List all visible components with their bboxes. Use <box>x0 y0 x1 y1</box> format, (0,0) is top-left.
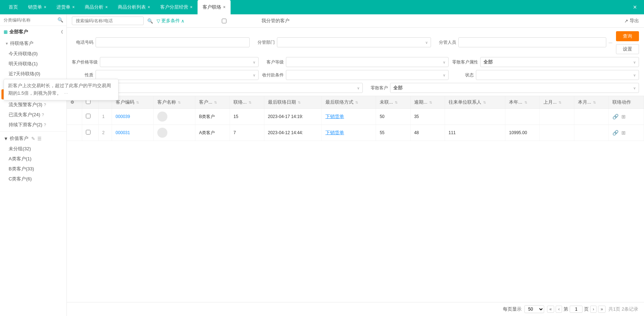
scatter-customer-select[interactable]: 全部 ∨ <box>390 83 639 93</box>
customer-type-select[interactable]: ∨ <box>114 83 363 93</box>
row2-code[interactable]: 000031 <box>112 125 153 141</box>
row2-link-icon[interactable]: 🔗 <box>612 130 618 136</box>
my-customers-checkbox[interactable]: 我分管的客户 <box>188 18 289 24</box>
row1-code[interactable]: 000039 <box>112 109 153 125</box>
row2-contact: 7 <box>230 125 264 141</box>
value-customer-header[interactable]: ▼ 价值客户 ✎ ☰ <box>0 133 66 144</box>
row2-check[interactable] <box>86 130 91 135</box>
nav-analysis[interactable]: 商品分析 × <box>80 0 113 14</box>
manager-input[interactable] <box>458 37 606 47</box>
row2-method-link[interactable]: 下销货单 <box>325 130 344 135</box>
sidebar: 🔍 ⊞ 全部客户 《 ▼ 待联络客户 今天待联络(0) 明天待联络(1) 近7天… <box>0 14 67 316</box>
manager-dots[interactable]: ··· <box>608 40 612 45</box>
nav-close-customer-contact[interactable]: × <box>223 5 226 10</box>
row2-action: 🔗 ⊞ <box>608 125 644 141</box>
col-this-month[interactable]: 本月... ⇅ <box>574 96 608 109</box>
all-customers-header[interactable]: ⊞ 全部客户 《 <box>0 26 66 38</box>
payment-select[interactable]: ∨ <box>286 70 449 80</box>
sidebar-b-class[interactable]: B类客户(33) <box>0 164 66 174</box>
row2-last-month <box>540 125 574 141</box>
row1-qr-icon[interactable]: ⊞ <box>621 114 626 119</box>
col-last-method[interactable]: 最后联络方式 ⇅ <box>322 96 376 109</box>
payment-chevron: ∨ <box>443 73 445 77</box>
nav-customer-tier[interactable]: 客户分层经营 × <box>155 0 198 14</box>
col-last-date[interactable]: 最后联络日期 ⇅ <box>264 96 321 109</box>
sidebar-today-contact[interactable]: 今天待联络(0) <box>0 49 66 59</box>
pending-contact-header[interactable]: ▼ 待联络客户 <box>0 38 66 49</box>
sidebar-ungrouped[interactable]: 未分组(32) <box>0 144 66 154</box>
nav-close-customer-tier[interactable]: × <box>190 5 193 10</box>
sort-this-year-icon: ⇅ <box>524 100 527 104</box>
more-conditions-btn[interactable]: ▽ 更多条件 ∧ <box>157 18 185 24</box>
nav-analysis-list[interactable]: 商品分析列表 × <box>113 0 155 14</box>
sidebar-7day-contact[interactable]: 近7天待联络(0) <box>0 69 66 79</box>
export-btn[interactable]: ↗ 导出 <box>624 18 639 24</box>
nav-close-purchase[interactable]: × <box>72 5 75 10</box>
next-page-btn[interactable]: › <box>590 306 597 313</box>
row1-method-link[interactable]: 下销货单 <box>325 114 344 119</box>
nav-close-analysis-list[interactable]: × <box>148 5 150 10</box>
sidebar-tomorrow-contact[interactable]: 明天待联络(1) <box>0 59 66 69</box>
sidebar-declining[interactable]: 持续下滑客户(2) ? <box>0 120 66 130</box>
row1-contact: 15 <box>230 109 264 125</box>
col-unit-contacts[interactable]: 往来单位联系人 ⇅ <box>445 96 505 109</box>
sidebar-churn-warning[interactable]: 流失预警客户(3) ? <box>0 100 66 110</box>
col-this-year[interactable]: 本年... ⇅ <box>505 96 540 109</box>
sidebar-churned[interactable]: 已流失客户(24) ? <box>0 110 66 120</box>
row1-last-method[interactable]: 下销货单 <box>322 109 376 125</box>
scatter-attr-select[interactable]: 全部 ∨ <box>480 57 639 67</box>
row2-last-date: 2023-04-12 14:44: <box>264 125 321 141</box>
nav-close-all[interactable]: × <box>629 4 640 11</box>
nav-close-sales[interactable]: × <box>44 5 46 10</box>
row2-overdue: 48 <box>410 125 445 141</box>
row1-check[interactable] <box>86 114 91 118</box>
col-category[interactable]: 客户... ⇅ <box>195 96 230 109</box>
my-customers-check[interactable] <box>188 19 260 23</box>
search-input[interactable] <box>72 16 144 25</box>
row1-link-icon[interactable]: 🔗 <box>612 114 618 119</box>
nav-close-analysis[interactable]: × <box>105 5 108 10</box>
last-page-btn[interactable]: » <box>598 306 606 313</box>
price-grade-select[interactable]: ∨ <box>100 57 259 67</box>
row2-this-month <box>574 125 608 141</box>
first-page-btn[interactable]: « <box>547 306 555 313</box>
top-nav: 首页 销货单 × 进货单 × 商品分析 × 商品分析列表 × 客户分层经营 × … <box>0 0 644 14</box>
phone-input[interactable] <box>96 37 250 47</box>
page-input[interactable] <box>570 306 583 313</box>
dept-select[interactable]: ∨ <box>277 37 431 47</box>
nav-home[interactable]: 首页 <box>4 0 23 14</box>
edit-icon[interactable]: ✎ <box>31 136 35 141</box>
filter-search-icon[interactable]: 🔍 <box>147 18 153 24</box>
row2-last-method[interactable]: 下销货单 <box>322 125 376 141</box>
sidebar-search-input[interactable] <box>4 18 57 23</box>
row2-checkbox[interactable] <box>82 125 98 141</box>
nature-select[interactable]: ∨ <box>96 70 259 80</box>
col-last-month[interactable]: 上月... ⇅ <box>540 96 574 109</box>
row2-qr-icon[interactable]: ⊞ <box>621 130 626 136</box>
nav-customer-contact[interactable]: 客户联络 × <box>198 0 231 14</box>
filter-scatter-customer: 零散客户 全部 ∨ <box>366 83 639 93</box>
row1-this-year <box>505 109 540 125</box>
nav-sales[interactable]: 销货单 × <box>23 0 51 14</box>
sidebar-a-class[interactable]: A类客户(1) <box>0 154 66 164</box>
row2-settings <box>67 125 82 141</box>
row1-unreturned: 50 <box>376 109 411 125</box>
prev-page-btn[interactable]: ‹ <box>556 306 562 313</box>
dept-label: 分管部门 <box>253 39 275 46</box>
status-select[interactable]: ∨ <box>476 70 639 80</box>
row1-unit-contacts <box>445 109 505 125</box>
churned-icon: ? <box>42 113 44 117</box>
sidebar-search-icon[interactable]: 🔍 <box>57 17 63 23</box>
page-size-select[interactable]: 50 20 100 <box>524 305 544 313</box>
col-overdue[interactable]: 逾期... ⇅ <box>410 96 445 109</box>
query-button[interactable]: 查询 <box>616 31 639 41</box>
config-icon[interactable]: ☰ <box>37 136 42 141</box>
settings-button[interactable]: 设置 <box>616 44 639 54</box>
sidebar-c-class[interactable]: C类客户(6) <box>0 174 66 184</box>
col-name[interactable]: 客户名称 ⇅ <box>154 96 195 109</box>
col-unreturned[interactable]: 未联... ⇅ <box>376 96 411 109</box>
row1-checkbox[interactable] <box>82 109 98 125</box>
col-contact[interactable]: 联络... ⇅ <box>230 96 264 109</box>
customer-grade-select[interactable]: ∨ <box>286 57 449 67</box>
nav-purchase[interactable]: 进货单 × <box>51 0 80 14</box>
